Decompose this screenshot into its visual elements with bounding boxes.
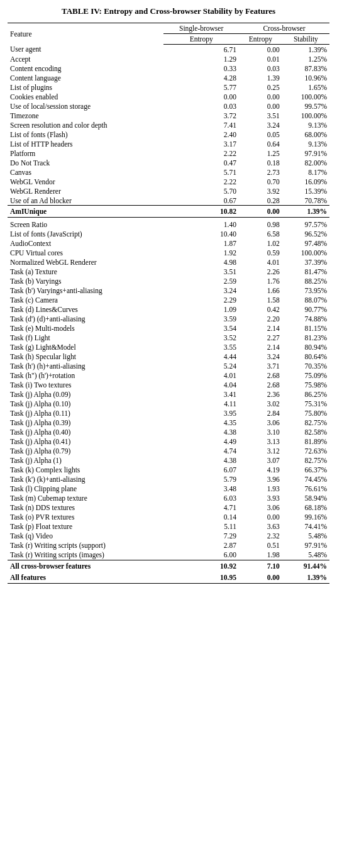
single-entropy-cell: 5.79: [163, 475, 239, 484]
stability-cell: 16.09%: [282, 177, 329, 186]
stability-cell: 91.44%: [282, 560, 329, 572]
cross-entropy-cell: 1.76: [239, 277, 282, 286]
feature-cell: List of plugins: [8, 82, 163, 92]
cross-entropy-cell: 3.93: [239, 494, 282, 503]
stability-cell: 37.39%: [282, 258, 329, 267]
single-entropy-cell: 4.04: [163, 381, 239, 390]
feature-cell: List of fonts (Flash): [8, 130, 163, 139]
stability-cell: 81.47%: [282, 267, 329, 277]
table-row: Task (h") (h')+rotation4.012.6875.09%: [8, 371, 329, 381]
stability-cell: 99.16%: [282, 513, 329, 522]
cross-entropy-cell: 0.00: [239, 572, 282, 584]
cross-entropy-cell: 2.32: [239, 531, 282, 541]
stability-cell: 9.13%: [282, 139, 329, 148]
feature-cell: Task (d') (d)+anti-aliasing: [8, 314, 163, 324]
table-row: Timezone3.723.51100.00%: [8, 111, 329, 120]
table-row: Use of local/session storage0.030.0099.5…: [8, 101, 329, 111]
stability-cell: 100.00%: [282, 248, 329, 258]
table-row: WebGL Vendor2.220.7016.09%: [8, 177, 329, 186]
cross-entropy-cell: 0.28: [239, 196, 282, 206]
single-entropy-cell: 3.17: [163, 139, 239, 148]
cross-entropy-cell: 2.20: [239, 314, 282, 324]
single-entropy-cell: 4.38: [163, 456, 239, 465]
table-row: List of fonts (JavaScript)10.406.5896.52…: [8, 230, 329, 239]
single-entropy-cell: 2.59: [163, 277, 239, 286]
table-row: Task (j) Alpha (0.79)4.743.1272.63%: [8, 447, 329, 456]
stability-cell: 68.00%: [282, 130, 329, 139]
table-row: Task (h) Specular light4.443.2480.64%: [8, 352, 329, 362]
cross-entropy-cell: 3.10: [239, 428, 282, 437]
single-entropy-cell: 1.92: [163, 248, 239, 258]
table-row: Screen Ratio1.400.9897.57%: [8, 220, 329, 230]
cross-entropy-cell: 2.27: [239, 333, 282, 343]
stability-cell: 70.78%: [282, 196, 329, 206]
stability-cell: 81.89%: [282, 437, 329, 447]
stability-cell: 68.18%: [282, 503, 329, 513]
feature-cell: WebGL Renderer: [8, 186, 163, 196]
stability-cell: 97.91%: [282, 541, 329, 550]
single-entropy-cell: 1.09: [163, 305, 239, 314]
feature-cell: Screen Ratio: [8, 220, 163, 230]
single-entropy-cell: 4.49: [163, 437, 239, 447]
table-row: AmIUnique10.820.001.39%: [8, 206, 329, 218]
cross-entropy-cell: 0.42: [239, 305, 282, 314]
feature-cell: Task (l) Clipping plane: [8, 484, 163, 494]
stability-cell: 1.39%: [282, 572, 329, 584]
feature-cell: Content encoding: [8, 64, 163, 73]
cross-entropy-cell: 1.93: [239, 484, 282, 494]
cross-entropy-cell: 0.51: [239, 541, 282, 550]
single-entropy-cell: 4.35: [163, 418, 239, 428]
cross-entropy-cell: 3.06: [239, 503, 282, 513]
single-entropy-cell: 2.22: [163, 148, 239, 158]
cross-entropy-cell: 0.64: [239, 139, 282, 148]
single-entropy-cell: 1.87: [163, 239, 239, 248]
stability-cell: 75.98%: [282, 381, 329, 390]
cross-entropy-header: Entropy: [239, 34, 282, 45]
feature-cell: Task (h') (h)+anti-aliasing: [8, 362, 163, 371]
cross-entropy-cell: 7.10: [239, 560, 282, 572]
cross-entropy-cell: 0.00: [239, 513, 282, 522]
stability-cell: 9.13%: [282, 120, 329, 130]
stability-cell: 96.52%: [282, 230, 329, 239]
cross-entropy-cell: 3.12: [239, 447, 282, 456]
stability-cell: 74.88%: [282, 314, 329, 324]
feature-cell: List of fonts (JavaScript): [8, 230, 163, 239]
single-entropy-cell: 7.41: [163, 120, 239, 130]
feature-cell: Task (h) Specular light: [8, 352, 163, 362]
feature-cell: Cookies enabled: [8, 92, 163, 101]
single-entropy-cell: 5.24: [163, 362, 239, 371]
cross-entropy-cell: 0.25: [239, 82, 282, 92]
feature-cell: Task (b) Varyings: [8, 277, 163, 286]
cross-entropy-cell: 3.06: [239, 418, 282, 428]
cross-entropy-cell: 2.73: [239, 167, 282, 177]
table-row: Task (p) Float texture5.113.6374.41%: [8, 522, 329, 531]
cross-entropy-cell: 0.01: [239, 54, 282, 64]
single-browser-header: Single-browser: [163, 23, 239, 34]
single-entropy-header: Entropy: [163, 34, 239, 45]
stability-cell: 75.09%: [282, 371, 329, 381]
feature-cell: Use of local/session storage: [8, 101, 163, 111]
feature-cell: Task (n) DDS textures: [8, 503, 163, 513]
stability-cell: 86.25%: [282, 390, 329, 399]
single-entropy-cell: 5.70: [163, 186, 239, 196]
feature-cell: Task (f) Light: [8, 333, 163, 343]
feature-cell: Task (h") (h')+rotation: [8, 371, 163, 381]
table-row: Task (l) Clipping plane3.481.9376.61%: [8, 484, 329, 494]
feature-cell: Task (p) Float texture: [8, 522, 163, 531]
stability-cell: 80.94%: [282, 343, 329, 352]
single-entropy-cell: 3.72: [163, 111, 239, 120]
feature-cell: User agent: [8, 45, 163, 55]
single-entropy-cell: 6.00: [163, 550, 239, 560]
feature-cell: Do Not Track: [8, 158, 163, 167]
feature-cell: Task (r) Writing scripts (images): [8, 550, 163, 560]
feature-cell: Normalized WebGL Renderer: [8, 258, 163, 267]
single-entropy-cell: 4.28: [163, 73, 239, 82]
cross-entropy-cell: 0.98: [239, 220, 282, 230]
feature-cell: Task (j) Alpha (0.10): [8, 399, 163, 409]
cross-entropy-cell: 0.00: [239, 101, 282, 111]
stability-cell: 1.39%: [282, 206, 329, 218]
cross-entropy-cell: 1.39: [239, 73, 282, 82]
table-row: Task (b) Varyings2.591.7688.25%: [8, 277, 329, 286]
cross-entropy-cell: 0.18: [239, 158, 282, 167]
single-entropy-cell: 3.52: [163, 333, 239, 343]
